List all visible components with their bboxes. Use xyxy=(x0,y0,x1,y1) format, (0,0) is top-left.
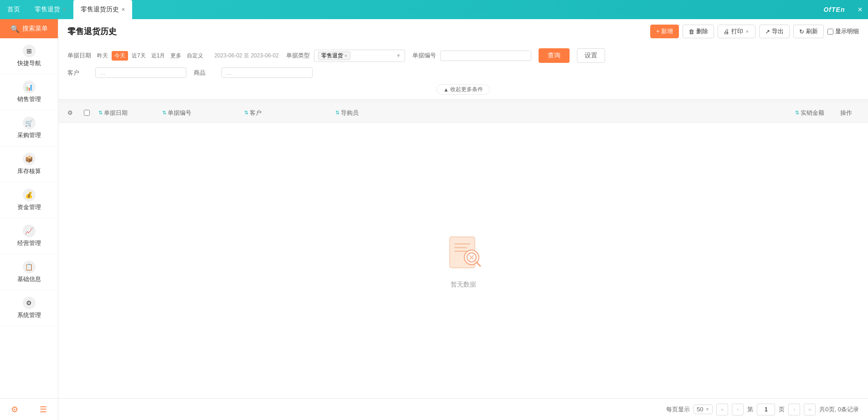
table-col-settings[interactable]: ⚙ xyxy=(62,109,78,116)
last-page-button[interactable]: » xyxy=(804,404,816,415)
date-filter-item: 单据日期 昨天 今天 近7天 近1月 更多 自定义 xyxy=(67,51,205,61)
tab-return-history[interactable]: 零售退货历史 × xyxy=(73,0,132,19)
prev-page-button[interactable]: ‹ xyxy=(732,404,744,415)
date-range-text: 2023-06-02 至 2023-06-02 xyxy=(214,52,278,60)
sidebar-item-operations[interactable]: 📈 经营管理 xyxy=(0,218,58,254)
inventory-icon: 📦 xyxy=(23,153,36,165)
refresh-icon: ↻ xyxy=(799,28,804,35)
sales-icon: 📊 xyxy=(23,81,36,93)
bill-type-filter-item: 单据类型 零售退货 × ▼ xyxy=(286,50,405,62)
empty-text: 暂无数据 xyxy=(451,281,476,289)
system-icon: ⚙ xyxy=(23,297,36,309)
query-button[interactable]: 查询 xyxy=(539,48,570,63)
shortcut-more[interactable]: 更多 xyxy=(169,51,183,61)
bill-type-tag: 零售退货 × xyxy=(318,51,350,60)
bill-number-input[interactable] xyxy=(440,51,531,61)
sidebar-search[interactable]: 🔍 搜索菜单 xyxy=(0,19,58,38)
guide-sort-icon: ⇅ xyxy=(335,110,339,116)
sidebar-settings-icon[interactable]: ⚙ xyxy=(11,405,18,415)
sidebar-item-sales[interactable]: 📊 销售管理 xyxy=(0,74,58,110)
show-detail-input[interactable] xyxy=(827,29,833,35)
shortcut-month[interactable]: 近1月 xyxy=(149,51,167,61)
page-unit-label: 页 xyxy=(779,405,785,414)
date-shortcuts: 昨天 今天 近7天 近1月 更多 自定义 xyxy=(95,51,205,61)
collapse-button[interactable]: ▲ 收起更多条件 xyxy=(437,84,490,95)
empty-state: 暂无数据 xyxy=(58,123,868,398)
operations-icon: 📈 xyxy=(23,225,36,237)
table-col-customer[interactable]: ⇅ 客户 xyxy=(241,109,332,117)
customer-sort-icon: ⇅ xyxy=(244,110,248,116)
table-col-bill-number[interactable]: ⇅ 单据编号 xyxy=(159,109,241,117)
collapse-icon: ▲ xyxy=(443,87,449,93)
bill-type-tag-close[interactable]: × xyxy=(344,53,347,58)
print-button[interactable]: 🖨 打印 ▼ xyxy=(718,25,755,38)
first-page-button[interactable]: « xyxy=(716,404,728,415)
table-wrapper: ⚙ ⇅ 单据日期 ⇅ 单据编号 ⇅ 客户 ⇅ xyxy=(58,103,868,398)
sidebar-item-basic-info[interactable]: 📋 基础信息 xyxy=(0,254,58,290)
export-button[interactable]: ↗ 导出 xyxy=(759,25,790,38)
current-page-label: 第 xyxy=(747,405,753,414)
print-icon: 🖨 xyxy=(724,28,729,35)
refresh-button[interactable]: ↻ 刷新 xyxy=(793,25,824,38)
tab-return-history-close[interactable]: × xyxy=(122,6,125,13)
goods-select[interactable]: ... xyxy=(221,67,313,78)
table-col-guide[interactable]: ⇅ 导购员 xyxy=(332,109,773,117)
tab-return[interactable]: 零售退货 × xyxy=(27,0,73,19)
bill-sort-icon: ⇅ xyxy=(162,110,166,116)
svg-rect-1 xyxy=(454,243,470,245)
per-page-chevron-icon: ▼ xyxy=(705,407,709,412)
delete-button[interactable]: 🗑 删除 xyxy=(683,25,714,38)
quick-nav-icon: ⊞ xyxy=(23,45,36,57)
goods-label: 商品 xyxy=(194,69,219,77)
sidebar-item-quick-nav[interactable]: ⊞ 快捷导航 xyxy=(0,38,58,74)
sidebar-item-system[interactable]: ⚙ 系统管理 xyxy=(0,290,58,326)
collapse-row: ▲ 收起更多条件 xyxy=(67,82,859,99)
filter-area: 单据日期 昨天 今天 近7天 近1月 更多 自定义 2023-06-02 至 2… xyxy=(67,44,859,99)
table-col-date[interactable]: ⇅ 单据日期 xyxy=(95,109,159,117)
finance-icon: 💰 xyxy=(23,189,36,201)
shortcut-custom[interactable]: 自定义 xyxy=(185,51,205,61)
add-button[interactable]: + 新增 xyxy=(650,25,679,38)
delete-icon: 🗑 xyxy=(688,28,694,35)
date-sort-icon: ⇅ xyxy=(98,110,103,116)
sidebar-item-finance[interactable]: 💰 资金管理 xyxy=(0,182,58,218)
page-number-input[interactable] xyxy=(757,404,775,415)
bill-type-select[interactable]: 零售退货 × ▼ xyxy=(314,50,405,62)
shortcut-today[interactable]: 今天 xyxy=(112,51,128,61)
amount-sort-icon: ⇅ xyxy=(795,110,799,116)
page-header: 零售退货历史 + 新增 🗑 删除 🖨 打印 ▼ ↗ 导出 xyxy=(58,19,868,100)
customer-select[interactable]: ... xyxy=(95,67,186,78)
pagination-bar: 每页显示 50 ▼ « ‹ 第 页 › » 共0页, 0条记录 xyxy=(58,398,868,420)
next-page-button[interactable]: › xyxy=(788,404,800,415)
table-select-all-checkbox[interactable] xyxy=(84,110,90,116)
basic-info-icon: 📋 xyxy=(23,261,36,273)
tab-return-close[interactable]: × xyxy=(63,6,66,13)
sidebar-bottom: ⚙ ☰ xyxy=(0,398,58,420)
show-detail-checkbox[interactable]: 显示明细 xyxy=(827,27,859,36)
goods-filter-item: 商品 ... xyxy=(194,67,313,78)
sidebar-item-inventory[interactable]: 📦 库存核算 xyxy=(0,146,58,182)
table-settings-icon[interactable]: ⚙ xyxy=(67,109,73,116)
content-area: 零售退货历史 + 新增 🗑 删除 🖨 打印 ▼ ↗ 导出 xyxy=(58,19,868,420)
svg-line-6 xyxy=(476,262,480,266)
table-header: ⚙ ⇅ 单据日期 ⇅ 单据编号 ⇅ 客户 ⇅ xyxy=(58,103,868,123)
empty-illustration xyxy=(441,232,486,273)
per-page-label: 每页显示 xyxy=(666,405,690,414)
date-range-display: 2023-06-02 至 2023-06-02 xyxy=(212,52,278,60)
purchase-icon: 🛒 xyxy=(23,117,36,129)
per-page-select[interactable]: 50 ▼ xyxy=(693,405,713,414)
shortcut-7days[interactable]: 近7天 xyxy=(130,51,148,61)
sidebar-item-purchase[interactable]: 🛒 采购管理 xyxy=(0,110,58,146)
window-close-button[interactable]: × xyxy=(852,5,868,15)
table-col-amount[interactable]: ⇅ 实销金额 xyxy=(773,109,828,117)
sidebar-menu: ⊞ 快捷导航 📊 销售管理 🛒 采购管理 📦 库存核算 💰 资金管理 📈 xyxy=(0,38,58,398)
shortcut-yesterday[interactable]: 昨天 xyxy=(95,51,110,61)
export-icon: ↗ xyxy=(765,28,770,35)
bill-type-label: 单据类型 xyxy=(286,51,311,60)
tab-home[interactable]: 首页 xyxy=(0,0,27,19)
filter-settings-button[interactable]: 设置 xyxy=(577,48,605,63)
brand-logo: OfTEn xyxy=(823,6,845,13)
print-chevron-icon: ▼ xyxy=(745,29,750,34)
search-icon: 🔍 xyxy=(10,25,20,33)
sidebar-menu-icon[interactable]: ☰ xyxy=(40,405,47,415)
